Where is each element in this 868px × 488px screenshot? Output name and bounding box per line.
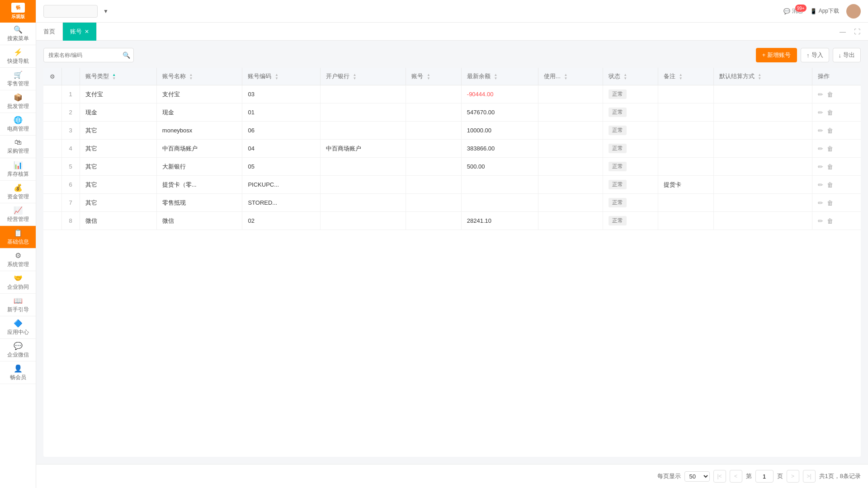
sidebar-item-label: 经营管理 — [7, 216, 29, 223]
delete-button[interactable]: 🗑 — [827, 145, 833, 152]
content-area: 🔍 + 新增账号 ↑ 导入 ↓ 导出 ⚙ — [36, 41, 868, 464]
page-size-label: 每页显示 — [657, 472, 681, 480]
row-action: ✏ 🗑 — [812, 212, 861, 230]
edit-button[interactable]: ✏ — [818, 163, 823, 170]
add-account-button[interactable]: + 新增账号 — [756, 48, 797, 62]
user-avatar[interactable] — [846, 4, 861, 19]
tab-maximize-button[interactable]: ⛶ — [852, 26, 863, 37]
page-first-button[interactable]: |< — [713, 470, 726, 483]
row-account — [406, 176, 461, 194]
table-row: 4 其它 中百商场账户 04 中百商场账户 383866.00 正常 ✏ 🗑 — [43, 140, 861, 158]
row-balance: 28241.10 — [461, 212, 538, 230]
search-wrap: 🔍 — [43, 48, 134, 62]
col-default-payment[interactable]: 默认结算方式 ▲ ▼ — [713, 68, 812, 85]
sidebar-item-app-center[interactable]: 🔷 应用中心 — [0, 316, 36, 339]
row-bank — [320, 176, 406, 194]
company-icon: 🤝 — [14, 274, 23, 282]
page-input[interactable] — [755, 470, 774, 483]
row-default-payment — [713, 122, 812, 140]
delete-button[interactable]: 🗑 — [827, 91, 833, 98]
sort-name-icon: ▲ ▼ — [189, 73, 193, 80]
sort-bank-icon: ▲ ▼ — [353, 73, 356, 80]
row-remark — [658, 158, 713, 176]
row-type: 其它 — [80, 140, 156, 158]
sidebar-item-retail[interactable]: 🛒 零售管理 — [0, 68, 36, 90]
edit-button[interactable]: ✏ — [818, 199, 823, 206]
sidebar-item-guide[interactable]: 📖 新手引导 — [0, 294, 36, 316]
sidebar-item-ecommerce[interactable]: 🌐 电商管理 — [0, 113, 36, 136]
sidebar-item-member[interactable]: 👤 畅会员 — [0, 361, 36, 384]
row-code: 04 — [242, 140, 320, 158]
sidebar-item-company[interactable]: 🤝 企业协同 — [0, 271, 36, 294]
sidebar-item-search-menu[interactable]: 🔍 搜索菜单 — [0, 23, 36, 45]
search-icon[interactable]: 🔍 — [123, 52, 130, 59]
row-action: ✏ 🗑 — [812, 85, 861, 103]
row-account — [406, 212, 461, 230]
col-remark[interactable]: 备注 ▲ ▼ — [658, 68, 713, 85]
row-name: 提货卡（零... — [156, 176, 242, 194]
sidebar-item-system[interactable]: ⚙ 系统管理 — [0, 249, 36, 271]
col-settings[interactable]: ⚙ — [43, 68, 61, 85]
row-type: 其它 — [80, 176, 156, 194]
sort-code-icon: ▲ ▼ — [275, 73, 278, 80]
row-code: STORED... — [242, 194, 320, 212]
row-status: 正常 — [603, 140, 658, 158]
row-name: 微信 — [156, 212, 242, 230]
col-bank[interactable]: 开户银行 ▲ ▼ — [320, 68, 406, 85]
sidebar: 畅 乐观版 🔍 搜索菜单 ⚡ 快捷导航 🛒 零售管理 📦 批发管理 🌐 电商管理… — [0, 0, 36, 488]
tab-minimize-button[interactable]: — — [837, 26, 848, 37]
retail-icon: 🛒 — [14, 70, 23, 79]
page-size-select[interactable]: 50 100 — [684, 471, 710, 482]
sidebar-item-finance[interactable]: 💰 资金管理 — [0, 181, 36, 203]
toolbar-right: + 新增账号 ↑ 导入 ↓ 导出 — [756, 48, 861, 62]
import-button[interactable]: ↑ 导入 — [801, 48, 829, 62]
sidebar-item-operations[interactable]: 📈 经营管理 — [0, 203, 36, 226]
row-bank: 中百商场账户 — [320, 140, 406, 158]
export-button[interactable]: ↓ 导出 — [833, 48, 861, 62]
edit-button[interactable]: ✏ — [818, 109, 823, 116]
col-usage[interactable]: 使用... ▲ ▼ — [538, 68, 603, 85]
sidebar-item-label: 新手引导 — [7, 306, 29, 314]
delete-button[interactable]: 🗑 — [827, 199, 833, 206]
edit-button[interactable]: ✏ — [818, 145, 823, 152]
col-balance[interactable]: 最新余额 ▲ ▼ — [461, 68, 538, 85]
row-type: 支付宝 — [80, 85, 156, 103]
page-next-button[interactable]: > — [787, 470, 799, 483]
col-name[interactable]: 账号名称 ▲ ▼ — [156, 68, 242, 85]
row-account — [406, 103, 461, 122]
page-prev-button[interactable]: < — [730, 470, 742, 483]
delete-button[interactable]: 🗑 — [827, 217, 833, 225]
sidebar-item-wholesale[interactable]: 📦 批发管理 — [0, 90, 36, 113]
tab-account[interactable]: 账号 ✕ — [63, 23, 97, 41]
global-search-input[interactable] — [43, 5, 98, 18]
header-dropdown[interactable]: ▼ — [103, 8, 108, 14]
edit-button[interactable]: ✏ — [818, 127, 823, 134]
col-status[interactable]: 状态 ▲ ▼ — [603, 68, 658, 85]
edit-button[interactable]: ✏ — [818, 91, 823, 98]
delete-button[interactable]: 🗑 — [827, 163, 833, 170]
tab-close-button[interactable]: ✕ — [85, 28, 89, 35]
row-name: 支付宝 — [156, 85, 242, 103]
col-account[interactable]: 账号 ▲ ▼ — [406, 68, 461, 85]
edit-button[interactable]: ✏ — [818, 217, 823, 225]
col-type[interactable]: 账号类型 ▲ ▼ — [80, 68, 156, 85]
sidebar-item-purchase[interactable]: 🛍 采购管理 — [0, 136, 36, 158]
delete-button[interactable]: 🗑 — [827, 127, 833, 134]
sidebar-item-label: 基础信息 — [7, 238, 29, 246]
col-code[interactable]: 账号编码 ▲ ▼ — [242, 68, 320, 85]
sidebar-item-label: 电商管理 — [7, 125, 29, 133]
tab-home[interactable]: 首页 — [36, 23, 63, 41]
search-input[interactable] — [43, 48, 134, 62]
sidebar-item-enterprise-wechat[interactable]: 💬 企业微信 — [0, 339, 36, 361]
sidebar-item-inventory[interactable]: 📊 库存核算 — [0, 158, 36, 181]
delete-button[interactable]: 🗑 — [827, 109, 833, 116]
sidebar-item-basic-info[interactable]: 📋 基础信息 — [0, 226, 36, 249]
sidebar-item-quick-nav[interactable]: ⚡ 快捷导航 — [0, 45, 36, 68]
app-download-button[interactable]: 📱 App下载 — [810, 7, 839, 15]
page-last-button[interactable]: >| — [803, 470, 816, 483]
delete-button[interactable]: 🗑 — [827, 181, 833, 188]
edit-button[interactable]: ✏ — [818, 181, 823, 188]
row-index: 1 — [61, 85, 80, 103]
main-content: ▼ 💬 消息 99+ 📱 App下载 首页 账号 ✕ — ⛶ — [36, 0, 868, 488]
message-button[interactable]: 💬 消息 99+ — [783, 7, 803, 15]
